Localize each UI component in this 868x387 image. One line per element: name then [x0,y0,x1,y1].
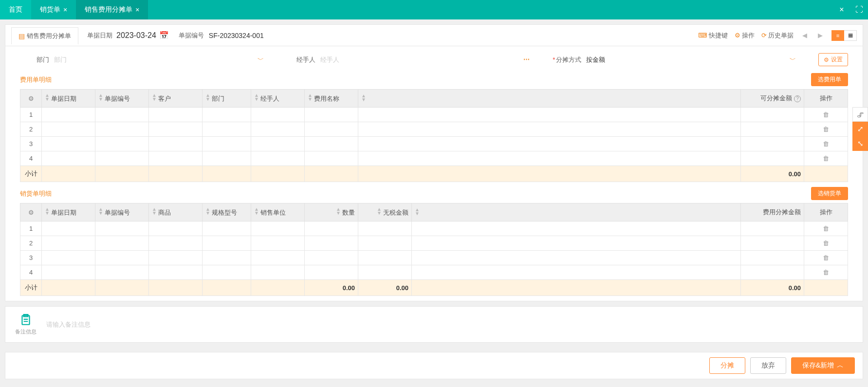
tab-expense-allocation[interactable]: 销售费用分摊单× [76,0,148,19]
shortcut-button[interactable]: ⌨快捷键 [698,31,728,40]
select-sales-button[interactable]: 选销货单 [811,187,848,200]
alloc-method-label: *分摊方式 [552,55,581,64]
settings-button[interactable]: ⚙设置 [818,53,848,66]
document-icon: ▤ [18,32,25,40]
close-icon[interactable]: × [135,6,139,14]
expand-rail-button[interactable]: ⤢ [852,122,868,136]
handler-label: 经手人 [286,55,315,64]
table-row[interactable]: 3🗑 [20,251,848,265]
save-and-new-button[interactable]: 保存&新增︿ [791,357,855,374]
doc-type-tab[interactable]: ▤销售费用分摊单 [11,27,78,44]
next-icon[interactable]: ▶ [816,32,825,39]
history-icon: ⟳ [761,32,767,39]
view-list-button[interactable]: ≡ [831,30,844,41]
calendar-icon[interactable]: 📅 [159,31,169,40]
delete-icon[interactable]: 🗑 [823,126,829,133]
gear-icon[interactable]: ⚙ [28,95,34,102]
chevron-up-icon: ︿ [837,361,844,370]
allocate-button[interactable]: 分摊 [709,357,745,374]
delete-icon[interactable]: 🗑 [823,155,829,162]
close-icon[interactable]: × [63,6,67,14]
top-tab-bar: 首页 销货单× 销售费用分摊单× × ⛶ [0,0,868,19]
dept-label: 部门 [20,55,49,64]
gear-icon: ⚙ [735,32,740,39]
discard-button[interactable]: 放弃 [750,357,786,374]
table-row[interactable]: 4🗑 [20,151,848,166]
delete-icon[interactable]: 🗑 [823,240,829,247]
gear-icon: ⚙ [824,56,829,63]
sales-table: ⚙ ▲▼单据日期 ▲▼单据编号 ▲▼商品 ▲▼规格型号 ▲▼销售单位 ▲▼数量 … [20,203,848,296]
delete-icon[interactable]: 🗑 [823,269,829,276]
dept-select[interactable]: 部门﹀ [54,55,267,64]
remark-icon-block: 备注信息 [15,313,37,335]
table-row[interactable]: 2🗑 [20,236,848,251]
subtotal-row: 小计0.000.000.00 [20,280,848,296]
alloc-method-select[interactable]: 按金额﹀ [586,55,799,64]
chevron-down-icon: ﹀ [258,55,264,64]
view-grid-button[interactable]: ▦ [844,30,857,41]
keyboard-icon: ⌨ [698,32,707,39]
doc-no-label: 单据编号 [179,31,204,40]
history-button[interactable]: ⟳历史单据 [761,31,794,40]
remark-input[interactable]: 请输入备注信息 [46,320,853,329]
select-expense-button[interactable]: 选费用单 [811,73,848,86]
doc-no-value: SF-20230324-001 [209,32,264,39]
table-row[interactable]: 1🗑 [20,221,848,236]
delete-icon[interactable]: 🗑 [823,254,829,261]
subtotal-row: 小计0.00 [20,166,848,182]
window-close-button[interactable]: × [833,0,850,19]
expense-section-title: 费用单明细 [20,75,52,84]
delete-icon[interactable]: 🗑 [823,225,829,232]
fullscreen-rail-button[interactable]: ⤡ [852,136,868,151]
table-row[interactable]: 4🗑 [20,265,848,280]
table-row[interactable]: 1🗑 [20,108,848,122]
date-label: 单据日期 [87,31,112,40]
delete-icon[interactable]: 🗑 [823,140,829,147]
handler-input[interactable]: 经手人⋯ [320,55,533,64]
footer-bar: 分摊 放弃 保存&新增︿ [5,352,863,379]
chevron-down-icon: ﹀ [790,55,796,64]
delete-icon[interactable]: 🗑 [823,111,829,118]
prev-icon[interactable]: ◀ [800,32,809,39]
attachment-rail-button[interactable]: 🖇 [852,107,868,122]
expense-table: ⚙ ▲▼单据日期 ▲▼单据编号 ▲▼客户 ▲▼部门 ▲▼经手人 ▲▼费用名称 ▲… [20,89,848,182]
clipboard-icon [19,313,32,326]
help-icon[interactable]: ? [794,95,801,102]
operate-button[interactable]: ⚙操作 [735,31,755,40]
tab-home[interactable]: 首页 [0,0,31,19]
tab-sales-order[interactable]: 销货单× [31,0,76,19]
sales-section-title: 销货单明细 [20,189,52,198]
table-row[interactable]: 2🗑 [20,122,848,137]
gear-icon[interactable]: ⚙ [28,209,34,216]
date-value[interactable]: 2023-03-24 [116,31,156,40]
window-expand-button[interactable]: ⛶ [850,0,868,19]
table-row[interactable]: 3🗑 [20,137,848,151]
more-icon: ⋯ [523,55,530,63]
